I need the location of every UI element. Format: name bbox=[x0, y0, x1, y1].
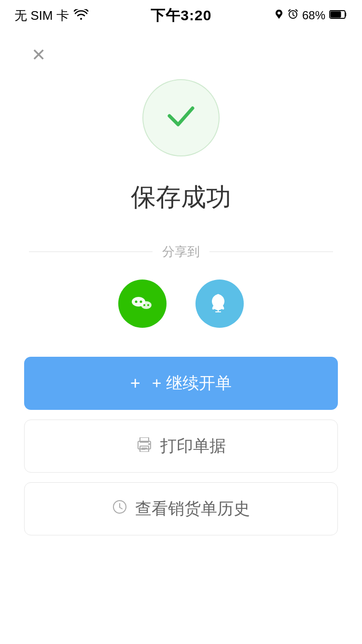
close-button[interactable]: ✕ bbox=[24, 41, 53, 70]
svg-point-6 bbox=[141, 301, 152, 309]
status-bar: 无 SIM 卡 下午3:20 68% bbox=[0, 0, 362, 31]
qq-share-button[interactable] bbox=[195, 280, 244, 328]
status-time: 下午3:20 bbox=[151, 6, 211, 26]
share-section: 分享到 bbox=[0, 243, 362, 328]
continue-button[interactable]: + + 继续开单 bbox=[24, 357, 338, 410]
location-icon bbox=[274, 9, 284, 22]
history-button[interactable]: 查看销货单历史 bbox=[24, 482, 338, 535]
alarm-icon bbox=[288, 9, 298, 22]
history-icon bbox=[112, 499, 127, 518]
svg-point-7 bbox=[143, 304, 145, 306]
print-icon bbox=[136, 437, 153, 456]
svg-rect-12 bbox=[141, 448, 147, 448]
print-label: 打印单据 bbox=[160, 435, 226, 457]
history-label: 查看销货单历史 bbox=[135, 498, 250, 520]
status-right: 68% bbox=[274, 9, 348, 22]
svg-rect-13 bbox=[141, 449, 145, 450]
battery-percentage: 68% bbox=[302, 9, 325, 22]
success-circle bbox=[142, 79, 220, 156]
svg-point-14 bbox=[148, 443, 150, 445]
wechat-icon bbox=[128, 289, 157, 318]
continue-label: + 继续开单 bbox=[152, 372, 232, 394]
close-icon: ✕ bbox=[31, 46, 46, 64]
share-icons bbox=[118, 280, 244, 328]
share-divider: 分享到 bbox=[0, 243, 362, 260]
svg-point-5 bbox=[140, 301, 142, 303]
checkmark-icon bbox=[162, 96, 200, 140]
wifi-icon bbox=[74, 8, 88, 23]
svg-point-8 bbox=[147, 304, 149, 306]
sim-text: 无 SIM 卡 bbox=[14, 7, 69, 24]
actions: + + 继续开单 打印单据 bbox=[0, 357, 362, 535]
status-left: 无 SIM 卡 bbox=[14, 7, 88, 24]
svg-point-4 bbox=[135, 301, 138, 303]
qq-icon bbox=[205, 289, 234, 318]
svg-rect-2 bbox=[330, 12, 341, 18]
wechat-share-button[interactable] bbox=[118, 280, 167, 328]
success-title: 保存成功 bbox=[131, 181, 231, 214]
divider-line-right bbox=[209, 252, 333, 252]
main-content: 保存成功 分享到 bbox=[0, 31, 362, 535]
share-label: 分享到 bbox=[162, 243, 200, 260]
battery-icon bbox=[329, 9, 348, 22]
print-button[interactable]: 打印单据 bbox=[24, 420, 338, 473]
divider-line-left bbox=[29, 252, 153, 252]
continue-icon: + bbox=[130, 373, 140, 393]
